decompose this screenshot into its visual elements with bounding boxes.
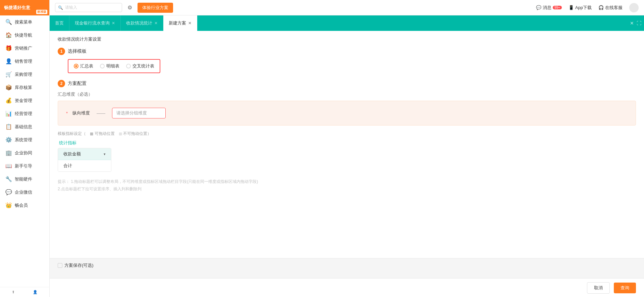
sidebar-item-label: 基础信息 bbox=[15, 124, 32, 130]
user-icon: 👤 bbox=[5, 58, 12, 64]
sidebar-item-wechat[interactable]: 💬 企业微信 bbox=[0, 186, 49, 199]
download-label: App下载 bbox=[575, 5, 592, 11]
metrics-section-label: 模板指标设定（ bbox=[58, 131, 86, 137]
metrics-table-header[interactable]: 收款金额 ▾ bbox=[58, 148, 111, 160]
maximize-window-icon[interactable]: ⛶ bbox=[637, 20, 641, 26]
drag-handle-icon: ▦ bbox=[90, 132, 93, 136]
sidebar-item-sales[interactable]: 👤 销售管理 bbox=[0, 55, 49, 68]
config-section: 汇总维度（必选） * 纵向维度 —— 请选择分组维度 bbox=[58, 91, 636, 193]
notification-item[interactable]: 💬 消息 99+ bbox=[536, 5, 562, 11]
sidebar-item-label: 营销推广 bbox=[15, 45, 32, 51]
sidebar-logo: 畅捷通好生意 标准版 bbox=[0, 0, 49, 15]
step1-circle: 1 bbox=[58, 48, 65, 55]
gift-icon: 🎁 bbox=[5, 45, 12, 51]
tab-new-label: 新建方案 bbox=[169, 20, 186, 26]
sidebar-item-inventory[interactable]: 📦 库存核算 bbox=[0, 81, 49, 94]
sidebar-item-hardware[interactable]: 🔧 智能硬件 bbox=[0, 172, 49, 186]
step2-label: 方案配置 bbox=[68, 81, 87, 87]
logo-badge: 标准版 bbox=[36, 10, 47, 14]
search-placeholder: 请输入 bbox=[65, 5, 77, 10]
tip-1: 提示： 1.拖动标题栏可以调整布局，不可跨维度或指标区域拖动栏目字段(只能在同一… bbox=[58, 178, 636, 186]
chevron-down-icon[interactable]: ▾ bbox=[104, 152, 106, 156]
radio-cross-label: 交叉统计表 bbox=[132, 63, 154, 69]
crown-icon: 👑 bbox=[5, 202, 12, 208]
main-area: 🔍 请输入 ⚙ 体验行业方案 💬 消息 99+ 📱 App下载 🎧 在线客服 首… bbox=[50, 0, 644, 297]
tab-collection[interactable]: 收款情况统计 ✕ bbox=[121, 15, 163, 31]
download-icon: 📱 bbox=[569, 5, 574, 10]
draggable-label: 可拖动位置 bbox=[95, 131, 115, 137]
window-controls: ✕ ⛶ bbox=[627, 15, 644, 31]
industry-btn[interactable]: 体验行业方案 bbox=[138, 3, 173, 13]
sidebar-bottom-btn2[interactable]: 👤 bbox=[33, 290, 38, 294]
sidebar: 畅捷通好生意 标准版 🔍 搜索菜单 🏠 快捷导航 🎁 营销推广 👤 销售管理 🛒… bbox=[0, 0, 50, 297]
dimension-select[interactable]: 请选择分组维度 bbox=[112, 108, 166, 118]
metric-item-label: 收款金额 bbox=[63, 151, 81, 157]
book-icon: 📖 bbox=[5, 163, 12, 169]
metrics-section: 模板指标设定（ ▦ 可拖动位置 ▦ 不可拖动位置） 统计指标 bbox=[58, 131, 636, 173]
box-icon: 📦 bbox=[5, 84, 12, 91]
tab-cashbank[interactable]: 现金银行流水查询 ✕ bbox=[69, 15, 121, 31]
cancel-button[interactable]: 取消 bbox=[587, 282, 610, 294]
sidebar-item-marketing[interactable]: 🎁 营销推广 bbox=[0, 42, 49, 55]
sidebar-item-search[interactable]: 🔍 搜索菜单 bbox=[0, 15, 49, 29]
non-draggable-indicator: ▦ 不可拖动位置） bbox=[119, 131, 151, 137]
radio-detail-label: 明细表 bbox=[106, 63, 119, 69]
sidebar-item-member[interactable]: 👑 畅会员 bbox=[0, 199, 49, 212]
sidebar-item-label: 企业协同 bbox=[15, 150, 32, 156]
close-icon[interactable]: ✕ bbox=[112, 21, 115, 26]
radio-circle-detail bbox=[100, 64, 105, 68]
settings-icon[interactable]: ⚙ bbox=[127, 4, 132, 11]
tabbar: 首页 现金银行流水查询 ✕ 收款情况统计 ✕ 新建方案 ✕ ✕ ⛶ bbox=[50, 15, 644, 31]
radio-circle-summary bbox=[74, 64, 78, 68]
radio-detail[interactable]: 明细表 bbox=[100, 63, 119, 69]
gear-icon: ⚙️ bbox=[5, 137, 12, 143]
close-icon[interactable]: ✕ bbox=[188, 21, 192, 26]
search-icon: 🔍 bbox=[5, 19, 12, 25]
sidebar-bottom: ⬆ 👤 bbox=[0, 287, 49, 297]
required-star: * bbox=[66, 111, 68, 116]
notification-label: 消息 bbox=[543, 5, 551, 11]
radio-summary[interactable]: 汇总表 bbox=[74, 63, 93, 69]
service-item[interactable]: 🎧 在线客服 bbox=[598, 5, 623, 11]
topbar-search-box[interactable]: 🔍 请输入 bbox=[55, 3, 122, 12]
sidebar-item-finance[interactable]: 💰 资金管理 bbox=[0, 94, 49, 107]
query-button[interactable]: 查询 bbox=[614, 283, 636, 293]
page-content: 收款情况统计方案设置 1 选择模板 汇总表 明细表 bbox=[50, 31, 644, 258]
template-selector: 汇总表 明细表 交叉统计表 bbox=[68, 59, 160, 73]
step2-header: 2 方案配置 bbox=[58, 80, 636, 87]
non-draggable-label: 不可拖动位置） bbox=[123, 131, 151, 136]
home-icon: 🏠 bbox=[5, 32, 12, 38]
sidebar-item-nav[interactable]: 🏠 快捷导航 bbox=[0, 29, 49, 42]
sidebar-item-label: 资金管理 bbox=[15, 98, 32, 104]
save-checkbox[interactable] bbox=[58, 263, 62, 268]
topbar-right: 💬 消息 99+ 📱 App下载 🎧 在线客服 bbox=[536, 3, 639, 12]
tip-2: 2.点击标题栏下拉可设置排序、插入列和删除列 bbox=[58, 186, 636, 193]
radio-cross[interactable]: 交叉统计表 bbox=[126, 63, 154, 69]
metrics-table-row: 合计 bbox=[58, 160, 111, 171]
dimension-row: * 纵向维度 —— 请选择分组维度 bbox=[66, 108, 628, 118]
sidebar-item-guide[interactable]: 📖 新手引导 bbox=[0, 159, 49, 172]
sidebar-item-system[interactable]: ⚙️ 系统管理 bbox=[0, 133, 49, 146]
sidebar-bottom-btn1[interactable]: ⬆ bbox=[12, 290, 15, 294]
money-icon: 💰 bbox=[5, 97, 12, 104]
tab-home[interactable]: 首页 bbox=[50, 15, 69, 31]
close-window-icon[interactable]: ✕ bbox=[630, 20, 634, 26]
sidebar-item-operation[interactable]: 📊 经营管理 bbox=[0, 107, 49, 120]
sidebar-item-purchase[interactable]: 🛒 采购管理 bbox=[0, 68, 49, 81]
sidebar-item-basic[interactable]: 📋 基础信息 bbox=[0, 120, 49, 133]
service-label: 在线客服 bbox=[605, 5, 623, 11]
sidebar-item-label: 采购管理 bbox=[15, 71, 32, 78]
message-icon: 💬 bbox=[536, 5, 541, 10]
sidebar-item-enterprise[interactable]: 🏢 企业协同 bbox=[0, 146, 49, 159]
vertical-label: 纵向维度 bbox=[72, 110, 90, 116]
tab-new[interactable]: 新建方案 ✕ bbox=[163, 15, 197, 31]
sidebar-item-label: 快捷导航 bbox=[15, 32, 32, 38]
sidebar-item-label: 智能硬件 bbox=[15, 176, 32, 182]
step2-section: 2 方案配置 汇总维度（必选） * 纵向维度 —— 请选择分组维度 bbox=[58, 80, 636, 193]
tips-section: 提示： 1.拖动标题栏可以调整布局，不可跨维度或指标区域拖动栏目字段(只能在同一… bbox=[58, 178, 636, 193]
close-icon[interactable]: ✕ bbox=[154, 21, 158, 26]
download-item[interactable]: 📱 App下载 bbox=[569, 5, 592, 11]
tab-home-label: 首页 bbox=[55, 20, 64, 26]
user-avatar[interactable] bbox=[629, 3, 639, 12]
sidebar-item-label: 库存核算 bbox=[15, 85, 32, 91]
